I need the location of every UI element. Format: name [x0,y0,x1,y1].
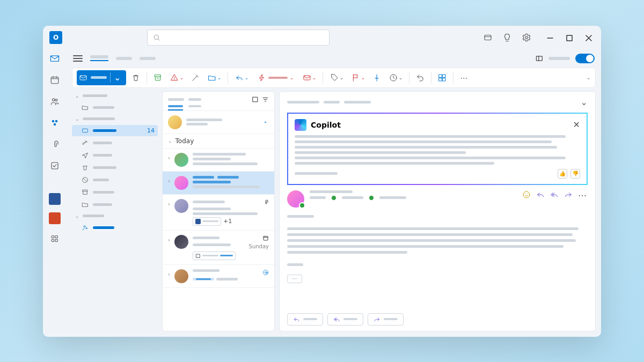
folder-pane: ⌄ ⌄ 14 ⌄ [72,91,158,331]
snooze-button[interactable]: ⌄ [386,71,405,84]
gear-icon[interactable] [522,33,531,42]
focused-tab[interactable] [168,105,183,110]
move-to-button[interactable]: ⌄ [205,71,223,84]
favorites-group[interactable]: ⌄ [72,91,158,101]
email-body: ⋯ [287,213,588,308]
today-section[interactable]: ⌄Today [163,134,274,149]
expand-chevron[interactable]: › [168,235,170,243]
other-tab[interactable] [188,105,201,107]
avatar [174,269,188,283]
thumbs-up-button[interactable]: 👍 [558,169,567,179]
react-button[interactable] [522,190,531,201]
collapse-chevron[interactable]: ⌄ [581,97,588,107]
folder-junk[interactable] [72,174,158,186]
ribbon: ⌄ ⌄ ⌄ ⌄ ⌄ ⌄ ⌄ ⌄ ⌄ [72,68,596,88]
message-item-1[interactable]: › [163,149,274,172]
lightbulb-icon[interactable] [502,33,512,42]
folder-deleted[interactable] [72,162,158,173]
message-item-3[interactable]: › +1 [163,195,274,231]
pinned-item[interactable] [163,111,274,134]
svg-rect-28 [253,97,258,102]
presence-badge [299,202,305,209]
pin-button[interactable] [370,71,383,84]
archive-button[interactable] [151,71,164,84]
groups-group[interactable]: ⌄ [72,211,158,221]
reply-button-footer[interactable] [287,313,323,326]
reply-all-action[interactable] [550,190,559,201]
message-item-5[interactable]: › [163,265,274,288]
close-button[interactable] [585,34,592,41]
more-apps-icon[interactable] [48,232,62,246]
attachment-chip[interactable] [193,217,221,226]
premium-icon[interactable] [483,33,493,42]
tag-button[interactable]: ⌄ [327,71,346,84]
filter-icon[interactable] [262,96,269,103]
message-item-4[interactable]: › Sunday [163,231,274,265]
message-date: Sunday [249,243,269,249]
word-app-icon[interactable] [49,193,61,205]
folder-favorite-1[interactable] [72,102,158,113]
expand-chevron[interactable]: › [168,176,170,184]
rail-todo[interactable] [48,159,62,173]
copilot-title: Copilot [311,121,341,129]
copilot-summary [295,135,580,165]
meeting-chip[interactable] [193,252,236,260]
hamburger-button[interactable] [73,55,83,62]
more-button[interactable]: ⋯ [458,71,471,84]
rail-mail[interactable] [48,51,62,65]
reply-all-button-footer[interactable] [327,313,363,326]
select-icon[interactable] [252,96,259,103]
search-icon [153,34,160,41]
rail-calendar[interactable] [48,73,62,87]
avatar [174,199,188,213]
minimize-button[interactable] [546,34,554,41]
folder-sent[interactable] [72,150,158,161]
show-more-button[interactable]: ⋯ [287,275,302,283]
add-group[interactable] [72,222,158,233]
read-unread-button[interactable]: ⌄ [300,71,318,84]
expand-chevron[interactable]: › [168,269,170,277]
rail-people[interactable] [48,94,62,108]
more-actions[interactable]: ⋯ [578,190,588,201]
folder-drafts[interactable] [72,137,158,149]
new-mail-button[interactable]: ⌄ [77,70,126,85]
rail-groups[interactable] [48,116,62,130]
reply-action[interactable] [536,190,545,201]
search-input[interactable] [147,29,330,46]
rail-files[interactable] [48,137,62,151]
view-settings-button[interactable] [436,71,449,84]
tab-view[interactable] [116,57,132,60]
flag-button[interactable]: ⌄ [349,71,367,84]
sweep-button[interactable] [189,71,202,84]
reading-pane-toggle[interactable] [575,54,595,63]
reply-button[interactable]: ⌄ [232,71,251,84]
powerpoint-app-icon[interactable] [49,212,61,224]
mention-icon [262,269,269,276]
tab-home[interactable] [90,55,108,61]
account-group[interactable]: ⌄ [72,114,158,124]
svg-rect-24 [83,129,88,132]
expand-chevron[interactable]: › [168,199,170,207]
delete-button[interactable] [129,71,142,84]
svg-rect-4 [51,77,58,83]
message-item-2[interactable]: › [163,172,274,195]
copilot-close-button[interactable]: ✕ [573,120,580,130]
expand-chevron[interactable]: › [168,153,170,161]
ribbon-collapse-chevron[interactable]: ⌄ [587,75,591,80]
forward-button-footer[interactable] [368,313,404,326]
folder-archive[interactable] [72,187,158,198]
layout-icon[interactable] [536,55,543,62]
outlook-window: O [43,26,601,337]
new-mail-chevron[interactable]: ⌄ [110,72,124,83]
quicksteps-button[interactable]: ⌄ [254,71,297,84]
folder-inbox[interactable]: 14 [72,125,158,136]
maximize-button[interactable] [566,34,573,41]
folder-custom[interactable] [72,199,158,210]
report-button[interactable]: ⌄ [167,71,186,84]
undo-button[interactable] [414,71,427,84]
svg-rect-15 [537,56,543,60]
attachment-extra: +1 [223,218,232,225]
thumbs-down-button[interactable]: 👎 [570,169,580,179]
tab-help[interactable] [140,57,156,60]
forward-action[interactable] [564,190,573,201]
